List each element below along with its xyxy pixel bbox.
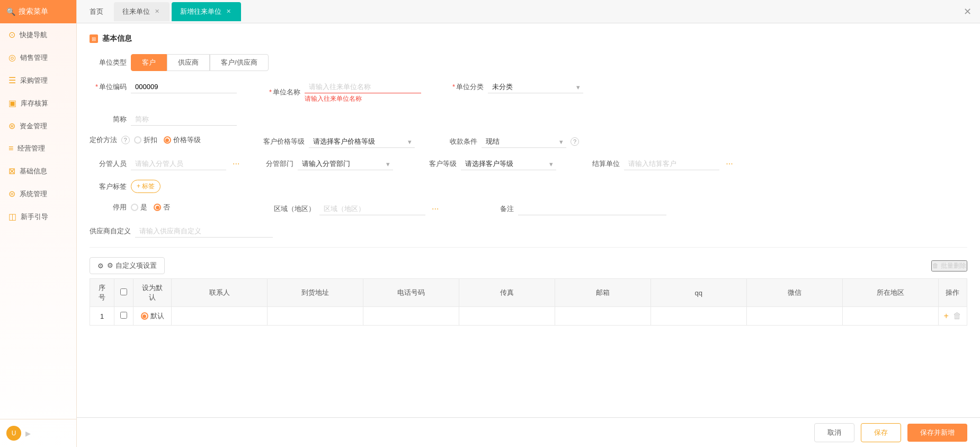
row-phone-input[interactable] bbox=[369, 312, 453, 320]
tab-partner-list[interactable]: 往来单位 ✕ bbox=[114, 2, 170, 21]
disabled-label: 停用 bbox=[90, 203, 127, 212]
tab-partner-list-label: 往来单位 bbox=[122, 7, 150, 16]
region-group: 区域（地区） ··· bbox=[274, 203, 441, 215]
row-contact bbox=[172, 307, 268, 326]
sidebar-item-finance[interactable]: ⊛ 资金管理 bbox=[0, 115, 76, 137]
gear-icon: ⚙ bbox=[97, 262, 104, 270]
row-qq-input[interactable] bbox=[656, 312, 741, 320]
select-all-checkbox[interactable] bbox=[120, 288, 127, 295]
row-add-btn[interactable]: + bbox=[944, 311, 949, 321]
discount-label: 折扣 bbox=[144, 135, 157, 145]
disabled-yes-outer bbox=[131, 204, 138, 211]
sidebar-item-basic-info[interactable]: ⊠ 基础信息 bbox=[0, 160, 76, 182]
save-new-button[interactable]: 保存并新增 bbox=[907, 424, 967, 442]
unit-code-label: *单位编码 bbox=[90, 82, 127, 92]
row-email-input[interactable] bbox=[560, 312, 645, 320]
pricing-radio-group: 折扣 价格等级 bbox=[134, 135, 201, 145]
disabled-yes-radio[interactable]: 是 bbox=[131, 203, 147, 212]
save-button[interactable]: 保存 bbox=[861, 423, 901, 442]
unit-name-input[interactable] bbox=[305, 81, 421, 93]
disabled-row: 停用 是 否 区域（地区） ··· bbox=[90, 203, 967, 215]
remark-input[interactable] bbox=[518, 203, 666, 215]
customer-price-level-select[interactable]: 请选择客户价格等级 bbox=[309, 135, 415, 148]
row-contact-input[interactable] bbox=[177, 312, 262, 320]
unit-category-select[interactable]: 未分类 bbox=[488, 81, 583, 93]
tabbar: 首页 往来单位 ✕ 新增往来单位 ✕ ✕ bbox=[77, 0, 980, 23]
window-close-button[interactable]: ✕ bbox=[959, 6, 976, 17]
sidebar-item-quick-nav[interactable]: ⊙ 快捷导航 bbox=[0, 23, 76, 46]
tab-add-partner[interactable]: 新增往来单位 ✕ bbox=[172, 2, 241, 21]
level-radio-outer bbox=[164, 136, 171, 144]
sidebar-search[interactable]: 🔍 搜索菜单 bbox=[0, 0, 76, 23]
settlement-more-btn[interactable]: ··· bbox=[724, 159, 735, 169]
department-group: 分管部门 请输入分管部门 ▾ bbox=[256, 157, 405, 170]
sidebar-item-operations[interactable]: ≡ 经营管理 bbox=[0, 137, 76, 160]
sidebar-item-purchase[interactable]: ☰ 采购管理 bbox=[0, 69, 76, 92]
customer-tag-label: 客户标签 bbox=[90, 182, 127, 191]
level-label: 价格等级 bbox=[173, 135, 201, 145]
row-default-outer bbox=[141, 312, 148, 320]
supplier-custom-input[interactable] bbox=[135, 225, 273, 238]
row-address-input[interactable] bbox=[273, 312, 358, 320]
row-email bbox=[555, 307, 651, 326]
customer-price-level-wrapper: 请选择客户价格等级 ▾ bbox=[309, 135, 415, 148]
department-label: 分管部门 bbox=[256, 159, 293, 169]
pricing-help-icon[interactable]: ? bbox=[121, 136, 130, 144]
row-area-input[interactable] bbox=[848, 312, 933, 320]
unit-code-input[interactable] bbox=[131, 81, 237, 93]
manager-input[interactable] bbox=[131, 157, 226, 170]
unit-type-both-btn[interactable]: 客户/供应商 bbox=[210, 54, 269, 71]
col-qq: qq bbox=[651, 279, 746, 307]
main-area: 首页 往来单位 ✕ 新增往来单位 ✕ ✕ ⊞ 基本信息 单位类型 客户 供应商 bbox=[77, 0, 980, 447]
add-tag-button[interactable]: + 标签 bbox=[131, 180, 161, 193]
sidebar-item-label: 库存核算 bbox=[21, 99, 48, 108]
manager-more-btn[interactable]: ··· bbox=[230, 159, 242, 169]
row-wechat-input[interactable] bbox=[752, 312, 837, 320]
supplier-custom-label: 供应商自定义 bbox=[90, 226, 131, 236]
row-delete-btn[interactable]: 🗑 bbox=[953, 311, 961, 321]
unit-type-customer-btn[interactable]: 客户 bbox=[131, 54, 167, 71]
col-wechat: 微信 bbox=[746, 279, 842, 307]
pricing-method-label: 定价方法 ? bbox=[90, 135, 130, 145]
sidebar-item-label: 资金管理 bbox=[20, 121, 47, 131]
payment-terms-select[interactable]: 现结 bbox=[482, 135, 566, 148]
tab-add-partner-close[interactable]: ✕ bbox=[225, 7, 233, 15]
row-default-inner bbox=[142, 314, 146, 318]
cancel-button[interactable]: 取消 bbox=[814, 423, 854, 442]
department-select[interactable]: 请输入分管部门 bbox=[298, 157, 393, 170]
sidebar-item-system[interactable]: ⊜ 系统管理 bbox=[0, 182, 76, 205]
contacts-table: 序号 设为默认 联系人 到货地址 电话号码 传真 邮箱 qq 微信 所在地区 操… bbox=[90, 278, 967, 326]
customer-level-select[interactable]: 请选择客户等级 bbox=[461, 157, 556, 170]
col-fax: 传真 bbox=[459, 279, 555, 307]
region-input[interactable] bbox=[319, 203, 425, 215]
row-fax bbox=[459, 307, 555, 326]
unit-category-label: *单位分类 bbox=[447, 82, 484, 92]
tab-partner-list-close[interactable]: ✕ bbox=[153, 7, 161, 15]
sidebar-item-sales[interactable]: ◎ 销售管理 bbox=[0, 46, 76, 69]
row-default-label: 默认 bbox=[150, 311, 164, 321]
unit-type-supplier-btn[interactable]: 供应商 bbox=[167, 54, 210, 71]
pricing-level-radio[interactable]: 价格等级 bbox=[164, 135, 201, 145]
sidebar-item-inventory[interactable]: ▣ 库存核算 bbox=[0, 92, 76, 115]
purchase-icon: ☰ bbox=[8, 75, 16, 85]
short-name-input[interactable] bbox=[131, 113, 237, 126]
finance-icon: ⊛ bbox=[8, 121, 15, 131]
bottom-bar: 取消 保存 保存并新增 bbox=[77, 417, 980, 447]
disabled-no-radio[interactable]: 否 bbox=[154, 203, 170, 212]
manager-label: 分管人员 bbox=[90, 159, 127, 169]
pricing-method-group: 定价方法 ? 折扣 价格等级 bbox=[90, 135, 238, 145]
row-checkbox-input[interactable] bbox=[120, 312, 127, 319]
sidebar-item-guide[interactable]: ◫ 新手引导 bbox=[0, 205, 76, 228]
payment-help-icon[interactable]: ? bbox=[571, 137, 579, 146]
row-default-radio[interactable]: 默认 bbox=[139, 311, 166, 321]
region-more-btn[interactable]: ··· bbox=[430, 204, 441, 214]
row-fax-input[interactable] bbox=[465, 312, 549, 320]
pricing-discount-radio[interactable]: 折扣 bbox=[134, 135, 157, 145]
tab-home[interactable]: 首页 bbox=[81, 2, 112, 21]
row-seq: 1 bbox=[90, 307, 114, 326]
sidebar-item-label: 新手引导 bbox=[21, 212, 48, 222]
sidebar-search-label: 搜索菜单 bbox=[19, 7, 48, 16]
batch-delete-btn[interactable]: 🗑 批量删除 bbox=[931, 260, 967, 271]
settlement-input[interactable] bbox=[624, 157, 719, 170]
custom-settings-btn[interactable]: ⚙ ⚙ 自定义项设置 bbox=[90, 257, 165, 274]
